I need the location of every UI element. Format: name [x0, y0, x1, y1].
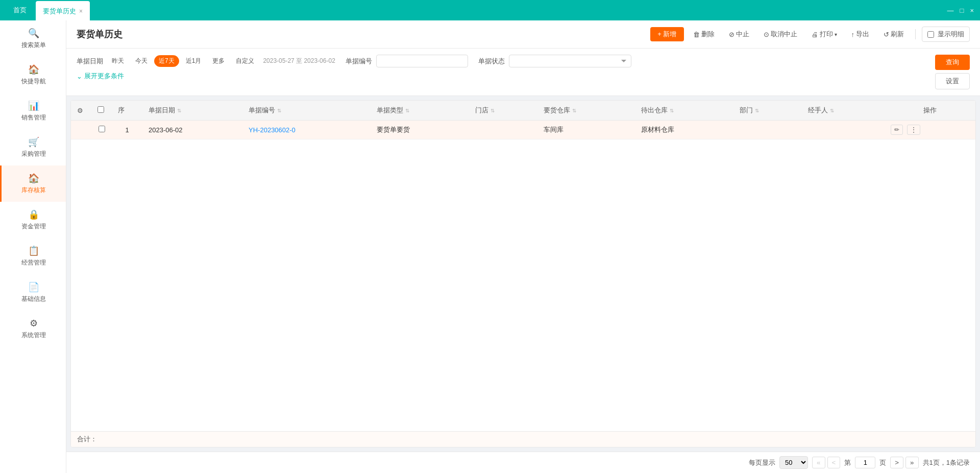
- operations-label: 经营管理: [21, 258, 46, 267]
- date-shortcut-昨天[interactable]: 昨天: [107, 55, 129, 67]
- row-edit-btn[interactable]: ✏: [891, 125, 903, 135]
- date-shortcut-更多[interactable]: 更多: [208, 55, 229, 67]
- row-checkbox-cell: [91, 121, 112, 139]
- table-container: ⚙ 序 单据日期 ⇅: [70, 100, 976, 447]
- status-filter: 单据状态: [478, 55, 631, 67]
- cancel-stop-button[interactable]: ⊙ 取消中止: [758, 27, 802, 41]
- page-number-input[interactable]: [855, 457, 875, 468]
- status-select[interactable]: [509, 55, 631, 67]
- col-pendingwarehouse-header[interactable]: 待出仓库 ⇅: [635, 101, 733, 121]
- table-body: 1 2023-06-02 YH-20230602-0 要货单要货 车间库 原材料…: [71, 121, 975, 139]
- table-header-row: ⚙ 序 单据日期 ⇅: [71, 101, 975, 121]
- col-settings[interactable]: ⚙: [71, 101, 91, 121]
- col-billtype-header[interactable]: 单据类型 ⇅: [371, 101, 469, 121]
- expand-icon: ⌄: [77, 73, 82, 80]
- display-detail-checkbox[interactable]: [927, 31, 934, 38]
- billtype-sort-icon: ⇅: [405, 108, 409, 113]
- operations-icon: 📋: [28, 245, 39, 256]
- refresh-button[interactable]: ↺ 刷新: [878, 27, 909, 41]
- top-bar: 首页 要货单历史 × — □ ×: [0, 0, 980, 20]
- new-button[interactable]: + 新增: [650, 27, 683, 41]
- print-icon: 🖨: [812, 31, 818, 38]
- col-store-header[interactable]: 门店 ⇅: [469, 101, 537, 121]
- row-store-cell: [469, 121, 537, 139]
- window-close[interactable]: ×: [970, 7, 974, 14]
- per-page-select[interactable]: 2050100200: [779, 456, 808, 469]
- inventory-label: 库存核算: [21, 186, 46, 195]
- window-minimize[interactable]: —: [947, 7, 954, 14]
- bottom-bar: 每页显示 2050100200 « < 第 页 > » 共1页，1条记录: [66, 452, 980, 473]
- sidebar-item-purchase[interactable]: 🛒 采购管理: [0, 129, 66, 165]
- col-number-header: 序: [112, 101, 142, 121]
- col-billno-header[interactable]: 单据编号 ⇅: [242, 101, 371, 121]
- sidebar-item-inventory[interactable]: 🏠 库存核算: [0, 165, 66, 202]
- export-button[interactable]: ↑ 导出: [846, 27, 875, 41]
- window-maximize[interactable]: □: [960, 7, 964, 14]
- sales-icon: 📊: [28, 100, 39, 111]
- filter-settings-button[interactable]: 设置: [935, 73, 970, 89]
- sidebar-item-shortcut[interactable]: 🏠 快捷导航: [0, 57, 66, 93]
- row-date-cell: 2023-06-02: [142, 121, 242, 139]
- date-shortcut-近1月[interactable]: 近1月: [181, 55, 206, 67]
- print-button[interactable]: 🖨 打印 ▾: [806, 27, 842, 41]
- row-billno-cell: YH-20230602-0: [242, 121, 371, 139]
- delete-icon: 🗑: [693, 31, 700, 38]
- sidebar-item-sales[interactable]: 📊 销售管理: [0, 93, 66, 129]
- last-page-btn[interactable]: »: [905, 457, 918, 468]
- display-detail-button[interactable]: 显示明细: [922, 27, 970, 42]
- sidebar-item-system[interactable]: ⚙ 系统管理: [0, 311, 66, 347]
- expand-more-btn[interactable]: ⌄ 展开更多条件: [77, 72, 915, 81]
- export-icon: ↑: [851, 31, 855, 38]
- row-handler-cell: [802, 121, 885, 139]
- refresh-icon: ↺: [884, 31, 889, 38]
- query-button[interactable]: 查询: [935, 55, 970, 70]
- date-filter-label: 单据日期: [77, 57, 103, 66]
- sidebar-item-search[interactable]: 🔍 搜索菜单: [0, 20, 66, 57]
- col-date-header[interactable]: 单据日期 ⇅: [142, 101, 242, 121]
- tab-home[interactable]: 首页: [6, 0, 34, 20]
- date-shortcut-自定义[interactable]: 自定义: [231, 55, 259, 67]
- header-actions: + 新增 🗑 删除 ⊘ 中止 ⊙ 取消中止 🖨 打: [650, 27, 970, 42]
- department-sort-icon: ⇅: [755, 108, 759, 113]
- sidebar-item-finance[interactable]: 🔒 资金管理: [0, 202, 66, 238]
- filter-area: 单据日期 昨天今天近7天近1月更多自定义 2023-05-27 至 2023-0…: [66, 49, 980, 96]
- delete-button[interactable]: 🗑 删除: [688, 27, 720, 41]
- pagination: « < 第 页 > »: [812, 457, 918, 468]
- table-footer: 合计：: [71, 431, 975, 447]
- row-checkbox[interactable]: [99, 126, 105, 132]
- next-page-btn[interactable]: >: [890, 457, 903, 468]
- row-billno-link[interactable]: YH-20230602-0: [249, 126, 296, 134]
- col-department-header[interactable]: 部门 ⇅: [733, 101, 802, 121]
- content-area: 要货单历史 + 新增 🗑 删除 ⊘ 中止 ⊙ 取消中止: [66, 20, 980, 473]
- col-reqwarehouse-header[interactable]: 要货仓库 ⇅: [537, 101, 635, 121]
- system-label: 系统管理: [21, 331, 46, 340]
- search-label: 搜索菜单: [21, 41, 46, 50]
- col-handler-header[interactable]: 经手人 ⇅: [802, 101, 885, 121]
- select-all-checkbox[interactable]: [97, 106, 104, 113]
- table-empty-space: [71, 139, 975, 431]
- sidebar-item-basic[interactable]: 📄 基础信息: [0, 274, 66, 311]
- table-head: ⚙ 序 单据日期 ⇅: [71, 101, 975, 121]
- prev-page-btn[interactable]: <: [827, 457, 841, 468]
- tab-active[interactable]: 要货单历史 ×: [36, 1, 90, 21]
- stop-button[interactable]: ⊘ 中止: [724, 27, 754, 41]
- bill-no-input[interactable]: [376, 55, 468, 67]
- search-icon: 🔍: [28, 28, 39, 39]
- billno-sort-icon: ⇅: [277, 108, 281, 113]
- table-row: 1 2023-06-02 YH-20230602-0 要货单要货 车间库 原材料…: [71, 121, 975, 139]
- sidebar-item-operations[interactable]: 📋 经营管理: [0, 238, 66, 274]
- date-shortcut-今天[interactable]: 今天: [131, 55, 152, 67]
- row-number-cell: 1: [112, 121, 142, 139]
- bill-no-filter: 单据编号: [346, 55, 468, 67]
- row-more-btn[interactable]: ⋮: [907, 125, 920, 135]
- first-page-btn[interactable]: «: [812, 457, 825, 468]
- page-suffix: 页: [879, 458, 886, 467]
- finance-label: 资金管理: [21, 222, 46, 231]
- basic-icon: 📄: [28, 281, 39, 293]
- print-dropdown-icon: ▾: [835, 32, 837, 37]
- tab-close-icon[interactable]: ×: [79, 8, 83, 15]
- date-shortcuts: 昨天今天近7天近1月更多自定义: [107, 55, 259, 67]
- date-filter: 单据日期 昨天今天近7天近1月更多自定义 2023-05-27 至 2023-0…: [77, 55, 335, 67]
- reqwarehouse-sort-icon: ⇅: [572, 108, 576, 113]
- date-shortcut-近7天[interactable]: 近7天: [154, 55, 179, 67]
